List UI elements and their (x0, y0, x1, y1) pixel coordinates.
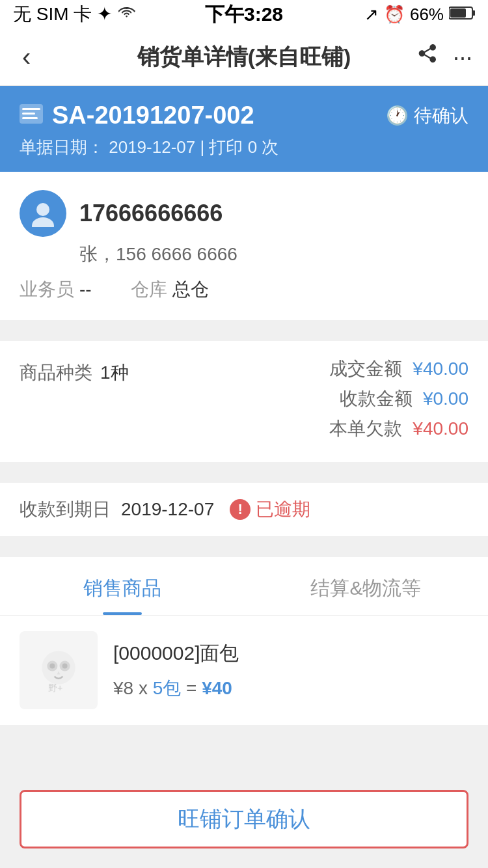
warehouse-label: 仓库 (131, 277, 167, 302)
print-count: 0 (248, 137, 257, 157)
tab-sales-products-label: 销售商品 (83, 577, 161, 599)
stats-section: 商品种类 1种 成交金额 ¥40.00 收款金额 ¥0.00 本单欠款 ¥40.… (0, 341, 488, 462)
print-label: | 打印 (200, 137, 243, 157)
product-qty: 5包 (153, 678, 182, 698)
deal-amount-label: 成交金额 (329, 357, 402, 381)
wifi-icon (118, 4, 137, 25)
status-left: 无 SIM 卡 ✦ (13, 2, 137, 27)
customer-name: 张，156 6666 6666 (79, 242, 468, 267)
back-button[interactable]: ‹ (16, 36, 37, 78)
tab-settlement-label: 结算&物流等 (310, 577, 421, 599)
svg-text:野+: 野+ (48, 683, 62, 693)
deal-amount-value: ¥40.00 (413, 359, 468, 379)
divider-1 (0, 331, 488, 341)
order-id-text: SA-20191207-002 (52, 102, 254, 129)
print-suffix: 次 (262, 137, 278, 157)
nav-bar: ‹ 销货单详情(来自旺铺) ··· (0, 29, 488, 86)
tabs-section: 销售商品 结算&物流等 (0, 557, 488, 616)
received-row: 收款金额 ¥0.00 (329, 387, 468, 411)
salesperson-value: -- (79, 279, 92, 300)
svg-point-12 (49, 664, 55, 669)
nav-actions: ··· (416, 42, 472, 72)
more-icon[interactable]: ··· (453, 44, 472, 71)
product-name: [0000002]面包 (113, 640, 468, 667)
customer-row: 17666666666 (20, 190, 468, 237)
product-type-stat: 商品种类 1种 (20, 357, 329, 385)
warehouse-value: 总仓 (172, 277, 209, 302)
confirm-btn-container: 旺铺订单确认 (20, 790, 468, 848)
tab-sales-products[interactable]: 销售商品 (0, 557, 244, 615)
date-label: 单据日期： (20, 137, 104, 157)
status-clock-icon: 🕐 (386, 105, 409, 126)
received-label: 收款金额 (340, 387, 413, 411)
order-status: 🕐 待确认 (386, 103, 468, 128)
due-label: 收款到期日 (20, 497, 111, 522)
customer-phone: 17666666666 (79, 200, 223, 227)
stats-right: 成交金额 ¥40.00 收款金额 ¥0.00 本单欠款 ¥40.00 (329, 357, 468, 446)
order-id: SA-20191207-002 (20, 102, 254, 129)
order-date-row: 单据日期： 2019-12-07 | 打印 0 次 (20, 136, 468, 159)
overdue-warning-icon: ! (230, 499, 251, 520)
status-right: ↗ ⏰ 66% (364, 5, 475, 25)
order-id-icon (20, 102, 43, 129)
svg-rect-6 (22, 117, 38, 119)
status-bar: 无 SIM 卡 ✦ 下午3:28 ↗ ⏰ 66% (0, 0, 488, 29)
battery-icon (449, 5, 475, 25)
svg-rect-1 (472, 10, 475, 16)
page-title: 销货单详情(来自旺铺) (137, 42, 351, 72)
alarm-icon: ⏰ (384, 5, 405, 25)
due-section: 收款到期日 2019-12-07 ! 已逾期 (0, 483, 488, 536)
tab-settlement[interactable]: 结算&物流等 (244, 557, 488, 615)
confirm-order-button[interactable]: 旺铺订单确认 (20, 790, 468, 848)
stats-left: 商品种类 1种 (20, 357, 329, 385)
status-time: 下午3:28 (205, 1, 283, 28)
customer-section: 17666666666 张，156 6666 6666 业务员 -- 仓库 总仓 (0, 172, 488, 320)
product-price: ¥8 (113, 678, 133, 698)
product-item: 野+ [0000002]面包 ¥8 x 5包 = ¥40 (0, 616, 488, 725)
order-status-text: 待确认 (414, 103, 468, 128)
product-multiply: x (139, 678, 148, 698)
order-header: SA-20191207-002 🕐 待确认 单据日期： 2019-12-07 |… (0, 86, 488, 172)
product-image: 野+ (20, 631, 98, 709)
overdue-badge: ! 已逾期 (230, 497, 310, 522)
warehouse-item: 仓库 总仓 (131, 277, 209, 302)
owed-value: ¥40.00 (413, 418, 468, 439)
deal-amount-row: 成交金额 ¥40.00 (329, 357, 468, 381)
svg-rect-5 (22, 113, 35, 115)
product-type-label: 商品种类 (20, 360, 92, 385)
date-value: 2019-12-07 (109, 137, 195, 157)
tabs-row: 销售商品 结算&物流等 (0, 557, 488, 616)
product-type-value: 1种 (100, 360, 129, 385)
owed-row: 本单欠款 ¥40.00 (329, 416, 468, 441)
owed-label: 本单欠款 (329, 416, 402, 441)
customer-meta: 业务员 -- 仓库 总仓 (20, 277, 468, 302)
product-equals: = (186, 678, 197, 698)
location-icon: ↗ (364, 5, 379, 25)
svg-point-7 (36, 203, 49, 216)
no-sim-text: 无 SIM 卡 ✦ (13, 2, 112, 27)
salesperson-label: 业务员 (20, 277, 74, 302)
svg-rect-2 (450, 8, 466, 18)
svg-point-8 (32, 217, 54, 227)
product-total: ¥40 (202, 678, 232, 698)
share-icon[interactable] (416, 42, 440, 72)
svg-rect-4 (22, 108, 40, 110)
due-date-value: 2019-12-07 (121, 499, 214, 520)
divider-3 (0, 547, 488, 557)
order-id-row: SA-20191207-002 🕐 待确认 (20, 102, 468, 129)
svg-point-13 (62, 664, 68, 669)
product-price-row: ¥8 x 5包 = ¥40 (113, 676, 468, 701)
battery-text: 66% (410, 5, 444, 25)
divider-2 (0, 472, 488, 483)
customer-avatar (20, 190, 66, 237)
salesperson-item: 业务员 -- (20, 277, 92, 302)
product-info: [0000002]面包 ¥8 x 5包 = ¥40 (113, 640, 468, 701)
received-value: ¥0.00 (423, 388, 468, 409)
overdue-text: 已逾期 (256, 497, 310, 522)
